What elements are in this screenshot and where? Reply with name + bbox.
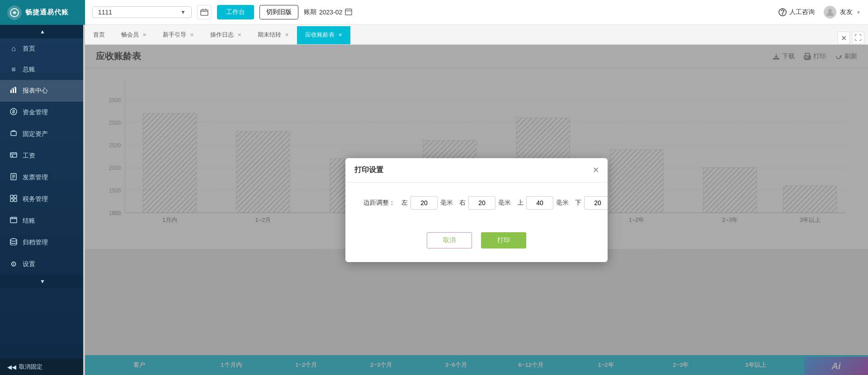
svg-rect-1 [10,90,12,93]
tab-oplog[interactable]: 操作日志 ✕ [202,26,250,44]
margin-bottom-group: 下 毫米 [575,196,608,210]
top-direction-label: 上 [517,199,524,207]
margin-top-group: 上 毫米 [517,196,569,210]
finance-icon [9,108,18,117]
tab-closing[interactable]: 期末结转 ✕ [250,26,297,44]
support-label: 人工咨询 [789,8,815,16]
chevron-up-icon: ▲ [40,28,45,35]
tab-aging-label: 应收账龄表 [305,31,335,39]
bottom-direction-label: 下 [575,199,581,207]
sidebar-logo: 畅捷通易代账 [0,0,85,25]
switch-version-button[interactable]: 切到旧版 [259,5,298,19]
sidebar-scroll-down[interactable]: ▼ [0,275,85,288]
sidebar-item-home[interactable]: ⌂ 首页 [0,38,85,59]
sidebar-item-payroll[interactable]: 工资 [0,145,85,167]
svg-rect-27 [345,9,352,15]
tab-member[interactable]: 畅会员 ✕ [113,26,155,44]
company-name: 1111 [98,9,178,16]
svg-rect-17 [14,199,17,202]
archive-btn[interactable] [197,5,212,19]
margin-left-group: 左 毫米 [401,196,453,210]
settings-icon: ⚙ [9,260,18,268]
svg-rect-15 [14,195,17,198]
sidebar-item-label: 发票管理 [23,173,48,182]
tab-member-close[interactable]: ✕ [142,32,146,38]
left-unit-label: 毫米 [440,199,453,207]
content-area: 应收账龄表 下载 打印 刷新 [85,45,868,375]
company-selector[interactable]: 1111 ▼ [92,6,192,18]
app-logo-text: 畅捷通易代账 [25,8,69,17]
dialog-title: 打印设置 [354,165,383,175]
margin-top-input[interactable] [526,196,553,210]
tab-guide-close[interactable]: ✕ [190,32,194,38]
tabbar-controls: ✕ ⛶ [834,32,868,44]
sidebar-item-finance[interactable]: 资金管理 [0,102,85,123]
sidebar-scroll-up[interactable]: ▲ [0,25,85,38]
period-value: 2023-02 [319,9,342,16]
calendar-icon[interactable] [345,8,352,17]
tab-closing-close[interactable]: ✕ [285,32,289,38]
period-text: 账期 [304,8,316,16]
tab-guide[interactable]: 新手引导 ✕ [155,26,202,44]
dialog-close-button[interactable]: ✕ [593,166,599,174]
sidebar-item-label: 资金管理 [23,108,48,117]
sidebar-item-label: 报表中心 [23,87,48,95]
tab-aging[interactable]: 应收账龄表 ✕ [297,26,350,44]
user-dropdown-icon: ▼ [856,10,861,15]
tax-icon [9,195,18,204]
tab-close-window-btn[interactable]: ✕ [837,32,850,44]
top-unit-label: 毫米 [556,199,569,207]
dropdown-arrow-icon: ▼ [180,9,186,15]
pin-icon: ◀◀ [7,364,16,370]
right-direction-label: 右 [459,199,466,207]
ledger-icon: ≡ [9,66,18,74]
home-icon: ⌂ [9,45,18,53]
assets-icon [9,130,18,139]
confirm-print-button[interactable]: 打印 [481,232,526,248]
sidebar-item-label: 首页 [23,45,35,53]
tab-oplog-close[interactable]: ✕ [237,32,241,38]
closing-icon [9,216,18,225]
margin-settings-row: 边距调整： 左 毫米 右 毫米 上 [363,196,590,210]
margin-bottom-input[interactable] [584,196,608,210]
user-menu[interactable]: 友友 ▼ [824,6,861,19]
invoice-icon [9,173,18,182]
sidebar-item-archive[interactable]: 归档管理 [0,232,85,253]
sidebar-item-assets[interactable]: 固定资产 [0,123,85,145]
support-button[interactable]: 人工咨询 [778,8,815,16]
margin-right-input[interactable] [468,196,495,210]
sidebar-item-closing[interactable]: 结账 [0,210,85,232]
sidebar-item-label: 税务管理 [23,195,48,203]
user-avatar [824,6,836,19]
workbench-button[interactable]: 工作台 [217,5,254,19]
sidebar-item-label: 结账 [23,217,35,225]
svg-rect-23 [201,10,208,15]
sidebar-item-tax[interactable]: 税务管理 [0,188,85,210]
archive-icon [9,238,18,247]
tab-aging-close[interactable]: ✕ [338,32,342,38]
svg-point-33 [828,9,832,13]
cancel-fixed-btn[interactable]: ◀◀ 取消固定 [0,359,85,375]
tab-home-label: 首页 [93,31,105,39]
sidebar-item-invoice[interactable]: 发票管理 [0,167,85,188]
sidebar-item-ledger[interactable]: ≡ 总账 [0,59,85,80]
reports-icon [9,86,18,95]
sidebar-item-label: 总账 [23,66,35,74]
tab-member-label: 畅会员 [121,31,139,39]
print-settings-dialog: 打印设置 ✕ 边距调整： 左 毫米 右 毫米 [345,158,608,262]
left-direction-label: 左 [401,199,408,207]
sidebar-item-reports[interactable]: 报表中心 [0,80,85,102]
cancel-button[interactable]: 取消 [427,232,472,248]
period-info: 账期 2023-02 [304,8,352,17]
tabbar: 首页 畅会员 ✕ 新手引导 ✕ 操作日志 ✕ 期末结转 ✕ 应收账龄表 ✕ ✕ … [85,25,868,45]
topbar: 1111 ▼ 工作台 切到旧版 账期 2023-02 人工咨询 友友 [85,0,868,25]
svg-rect-14 [10,195,13,198]
margin-right-group: 右 毫米 [459,196,511,210]
right-unit-label: 毫米 [498,199,511,207]
tab-maximize-btn[interactable]: ⛶ [852,32,864,44]
margin-left-input[interactable] [410,196,438,210]
sidebar-item-settings[interactable]: ⚙ 设置 [0,253,85,275]
svg-point-22 [10,239,17,241]
tab-home[interactable]: 首页 [85,26,113,44]
svg-rect-2 [13,89,14,93]
